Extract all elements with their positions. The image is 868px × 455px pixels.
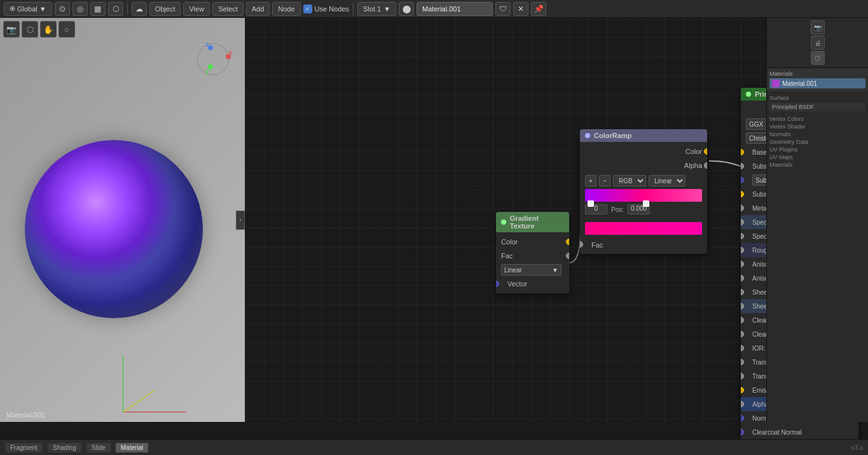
- colorramp-header: ColorRamp: [580, 129, 707, 142]
- material-list-active[interactable]: Material.001: [769, 78, 865, 88]
- mode-label: Global: [17, 5, 38, 13]
- material-name-text: Material.001: [422, 5, 461, 13]
- gradient-title: Gradient Texture: [510, 214, 564, 230]
- use-nodes-toggle[interactable]: ✓ Use Nodes: [303, 4, 349, 13]
- principled-subradius-socket[interactable]: [741, 177, 744, 183]
- colorramp-gradient-bar[interactable]: [585, 189, 702, 202]
- cr-handle-right[interactable]: [643, 200, 649, 207]
- material-surface-value[interactable]: Principled BSDF: [769, 102, 865, 111]
- principled-ior-socket[interactable]: [741, 345, 744, 351]
- circle-icon[interactable]: ○: [59, 21, 75, 38]
- colorramp-alpha-out-label: Alpha: [585, 162, 702, 169]
- gizmo-z-label: Z: [205, 41, 209, 48]
- principled-sheen-socket[interactable]: [741, 289, 744, 295]
- principled-aniso-socket[interactable]: [741, 261, 744, 267]
- principled-specular-socket[interactable]: [741, 219, 744, 225]
- prop-section-2: Vertex Shader: [769, 123, 865, 130]
- gradient-vector-label: Vector: [501, 280, 564, 288]
- view-menu[interactable]: View: [183, 2, 210, 16]
- select-menu[interactable]: Select: [212, 2, 244, 16]
- sphere-preview: [25, 140, 203, 318]
- right-panel: 📷 🖨 ⬡ Materials Material.001 Surface Pri…: [766, 18, 868, 422]
- principled-normal-socket[interactable]: [741, 415, 744, 421]
- cr-handle-left[interactable]: [588, 200, 594, 207]
- use-nodes-label: Use Nodes: [315, 5, 349, 13]
- material-name-field[interactable]: Material.001: [417, 2, 493, 16]
- principled-spectint-socket[interactable]: [741, 233, 744, 239]
- viewport[interactable]: 📷 ⬡ ✋ ○ X Y Z › Material.001: [0, 18, 245, 422]
- node-menu[interactable]: Node: [272, 2, 300, 16]
- cr-remove-btn[interactable]: −: [599, 175, 610, 186]
- colorramp-fac-socket[interactable]: [580, 241, 583, 248]
- material-list-name: Material.001: [782, 80, 817, 87]
- colorramp-fac-row: Fac: [580, 237, 707, 251]
- proportional-btn[interactable]: ◎: [72, 2, 88, 16]
- cr-mode-select[interactable]: RGB: [613, 175, 646, 186]
- principled-basecolor-socket[interactable]: [741, 149, 744, 155]
- camera-icon[interactable]: 📷: [3, 21, 20, 38]
- principled-anisorot-socket[interactable]: [741, 275, 744, 281]
- status-bar: Fragment Shading Slide Material v3.x: [0, 439, 868, 455]
- gradient-fac-row: Fac: [496, 249, 569, 263]
- gradient-fac-socket[interactable]: [566, 253, 569, 259]
- pin-icon[interactable]: 📌: [531, 2, 546, 16]
- cr-interpolation-select[interactable]: Linear: [649, 175, 685, 186]
- snap-btn[interactable]: ⊙: [55, 2, 70, 16]
- principled-alpha-socket[interactable]: [741, 401, 744, 407]
- gradient-color-socket[interactable]: [566, 239, 569, 245]
- status-tab-shading[interactable]: Shading: [48, 443, 81, 452]
- principled-metallic-socket[interactable]: [741, 205, 744, 211]
- principled-clearcoat-socket[interactable]: [741, 317, 744, 323]
- select-label: Select: [218, 5, 238, 13]
- use-nodes-checkbox[interactable]: ✓: [303, 4, 312, 13]
- status-tab-fragment[interactable]: Fragment: [5, 443, 43, 452]
- gradient-texture-node: Gradient Texture Color Fac Linear ▼ Vect…: [496, 212, 569, 293]
- colorramp-node: ColorRamp Color Alpha + − RGB: [580, 129, 707, 254]
- status-tab-material[interactable]: Material: [116, 443, 149, 452]
- principled-emission-socket[interactable]: [741, 387, 744, 393]
- principled-roughness-socket[interactable]: [741, 247, 744, 253]
- properties-render-icon[interactable]: 📷: [811, 20, 825, 34]
- principled-subsurface-socket[interactable]: [741, 163, 744, 169]
- overlay-btn[interactable]: ⬡: [108, 2, 123, 16]
- shield-icon[interactable]: 🛡: [495, 2, 511, 16]
- add-menu[interactable]: Add: [246, 2, 270, 16]
- viewport-expand-arrow[interactable]: ›: [236, 211, 245, 230]
- principled-subcolor-socket[interactable]: [741, 191, 744, 197]
- gradient-fac-label: Fac: [501, 252, 564, 260]
- properties-material-icon[interactable]: ⬡: [811, 51, 825, 65]
- status-tab-slide[interactable]: Slide: [86, 443, 111, 452]
- hand-icon[interactable]: ✋: [40, 21, 57, 38]
- object-menu[interactable]: Object: [149, 2, 181, 16]
- cr-color-preview: [585, 222, 702, 235]
- principled-transrough-socket[interactable]: [741, 373, 744, 379]
- render-icon[interactable]: ☁: [132, 2, 147, 16]
- view-btn[interactable]: ▦: [90, 2, 106, 16]
- material-list-header: Materials: [769, 71, 865, 77]
- gradient-dropdown-row[interactable]: Linear ▼: [496, 263, 569, 277]
- gradient-color-label: Color: [501, 238, 564, 246]
- principled-transmission-socket[interactable]: [741, 359, 744, 365]
- cr-add-btn[interactable]: +: [585, 175, 596, 186]
- gradient-vector-socket[interactable]: [496, 281, 499, 287]
- object-icon[interactable]: ⬡: [22, 21, 38, 38]
- slot-selector[interactable]: Slot 1 ▼: [357, 2, 396, 16]
- principled-sheentint-socket[interactable]: [741, 303, 744, 309]
- colorramp-alpha-out-socket[interactable]: [704, 162, 707, 169]
- gizmo-y-label: Y: [205, 69, 209, 75]
- prop-section-1: Vertex Colors: [769, 115, 865, 123]
- principled-ccrough-socket[interactable]: [741, 331, 744, 337]
- mode-selector[interactable]: ⊕ Global ▼: [4, 2, 52, 16]
- colorramp-color-out-socket[interactable]: [704, 148, 707, 155]
- close-icon[interactable]: ✕: [513, 2, 528, 16]
- principled-ccnormal-socket[interactable]: [741, 429, 744, 435]
- top-toolbar: ⊕ Global ▼ ⊙ ◎ ▦ ⬡ ☁ Object View Select …: [0, 0, 868, 18]
- object-label: Object: [155, 5, 176, 13]
- prop-section-7: Materials: [769, 161, 865, 169]
- cr-pos-label: Pos:: [611, 206, 624, 213]
- properties-output-icon[interactable]: 🖨: [811, 36, 825, 50]
- gradient-type-dropdown[interactable]: Linear ▼: [501, 264, 561, 276]
- gradient-vector-row: Vector: [496, 277, 569, 291]
- status-info: v3.x: [851, 444, 863, 451]
- slot-chevron: ▼: [383, 5, 390, 13]
